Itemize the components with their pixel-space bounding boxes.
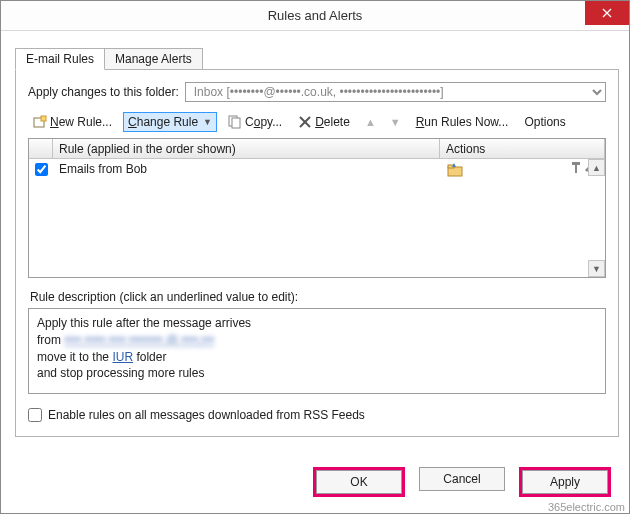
move-up-button[interactable]: ▲ [361, 116, 380, 128]
cancel-button[interactable]: Cancel [419, 467, 505, 491]
desc-move-suffix: folder [133, 350, 166, 364]
desc-from-link[interactable]: •••• ••••• •••• •••••••• @ ••••.••• [64, 333, 214, 347]
tab-bar: E-mail Rules Manage Alerts [15, 45, 619, 69]
ok-button[interactable]: OK [316, 470, 402, 494]
options-button[interactable]: Options [519, 112, 570, 132]
desc-from-prefix: from [37, 333, 64, 347]
rss-row: Enable rules on all messages downloaded … [28, 408, 606, 422]
dialog-buttons: OK Cancel Apply [1, 457, 629, 513]
delete-icon [298, 115, 312, 129]
rules-list: Rule (applied in the order shown) Action… [28, 138, 606, 278]
svg-rect-3 [41, 116, 46, 121]
tab-email-rules[interactable]: E-mail Rules [15, 48, 105, 70]
description-label: Rule description (click an underlined va… [30, 290, 606, 304]
desc-line-1: Apply this rule after the message arrive… [37, 315, 597, 332]
hammer-icon [571, 162, 582, 176]
change-rule-button[interactable]: Change Rule ▼ [123, 112, 217, 132]
dropdown-icon: ▼ [203, 117, 212, 127]
copy-icon [228, 115, 242, 129]
new-rule-button[interactable]: New Rule... [28, 112, 117, 132]
apply-highlight: Apply [519, 467, 611, 497]
options-label: Options [524, 115, 565, 129]
desc-folder-link[interactable]: IUR [112, 350, 133, 364]
folder-select[interactable]: Inbox [••••••••@••••••.co.uk, ••••••••••… [185, 82, 606, 102]
rules-toolbar: New Rule... Change Rule ▼ Copy... Delete… [28, 112, 606, 132]
watermark: 365electric.com [548, 501, 625, 513]
col-rule-header[interactable]: Rule (applied in the order shown) [53, 139, 440, 158]
tab-manage-alerts[interactable]: Manage Alerts [104, 48, 203, 70]
rule-enabled-checkbox[interactable] [35, 163, 48, 176]
run-rules-button[interactable]: Run Rules Now... [411, 112, 514, 132]
new-rule-label: ew Rule... [59, 115, 112, 129]
scroll-down-button[interactable]: ▼ [588, 260, 605, 277]
svg-rect-12 [572, 162, 580, 165]
description-box: Apply this rule after the message arrive… [28, 308, 606, 394]
apply-folder-row: Apply changes to this folder: Inbox [•••… [28, 82, 606, 102]
rules-alerts-dialog: Rules and Alerts E-mail Rules Manage Ale… [0, 0, 630, 514]
copy-button[interactable]: Copy... [223, 112, 287, 132]
svg-rect-5 [232, 118, 240, 128]
new-rule-icon [33, 115, 47, 129]
desc-line-4: and stop processing more rules [37, 365, 597, 382]
change-rule-label: hange Rule [137, 115, 198, 129]
table-row[interactable]: Emails from Bob [29, 159, 605, 179]
enable-rss-checkbox[interactable] [28, 408, 42, 422]
tab-panel-email-rules: Apply changes to this folder: Inbox [•••… [15, 69, 619, 437]
move-down-button[interactable]: ▼ [386, 116, 405, 128]
col-actions-header[interactable]: Actions [440, 139, 605, 158]
window-title: Rules and Alerts [268, 8, 363, 23]
desc-move-prefix: move it to the [37, 350, 112, 364]
delete-label: elete [324, 115, 350, 129]
titlebar: Rules and Alerts [1, 1, 629, 31]
move-folder-action-icon [446, 163, 462, 175]
close-icon [602, 8, 612, 18]
apply-button[interactable]: Apply [522, 470, 608, 494]
close-button[interactable] [585, 1, 629, 25]
delete-button[interactable]: Delete [293, 112, 355, 132]
apply-folder-label: Apply changes to this folder: [28, 85, 179, 99]
run-rules-label: un Rules Now... [424, 115, 508, 129]
ok-highlight: OK [313, 467, 405, 497]
scroll-up-button[interactable]: ▲ [588, 159, 605, 176]
rules-list-header: Rule (applied in the order shown) Action… [29, 139, 605, 159]
copy-label: C [245, 115, 254, 129]
rule-name-cell: Emails from Bob [53, 162, 440, 176]
enable-rss-label: Enable rules on all messages downloaded … [48, 408, 365, 422]
